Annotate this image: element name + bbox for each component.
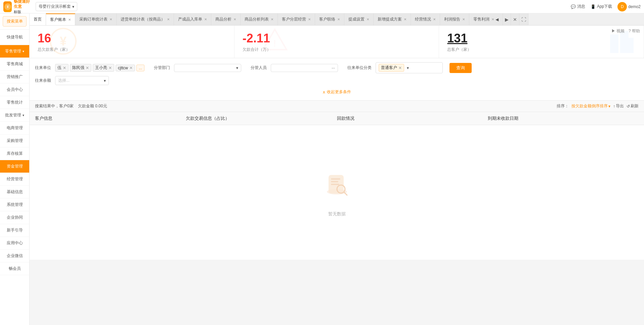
sidebar-item-newbie[interactable]: 新手引导 — [0, 224, 29, 237]
sidebar-item-member[interactable]: 畅会员 — [0, 262, 29, 275]
tab-close-all[interactable]: ✕ — [511, 13, 519, 26]
filter-tag-unit4[interactable]: cjttcw ✕ — [116, 65, 135, 71]
sidebar-item-inventory[interactable]: 库存核算 — [0, 147, 29, 160]
sidebar-item-operations[interactable]: 经营管理 — [0, 173, 29, 186]
export-btn[interactable]: ↑ 导出 — [613, 103, 624, 109]
stats-row: ¥ 16 总欠款客户（家） ! -2.11 欠款合计（万） — [30, 26, 644, 58]
tab-profit-report[interactable]: 利润报告 ✕ — [440, 13, 469, 26]
sidebar-item-retail-mgmt[interactable]: 零售管理 ▾ — [0, 45, 29, 58]
tab-close-icon[interactable]: ✕ — [404, 17, 406, 21]
more-icon: ··· — [332, 66, 335, 70]
filter-classify-tag: 普通客户 ✕ — [379, 64, 404, 72]
tab-customer-tier[interactable]: 客户分层经营 ✕ — [278, 13, 315, 26]
tab-customer-contact[interactable]: 客户联络 ✕ — [315, 13, 344, 26]
sidebar-item-marketing[interactable]: 营销推广 — [0, 71, 29, 83]
tab-close-icon[interactable]: ✕ — [233, 17, 236, 21]
export-icon: ↑ — [613, 104, 615, 109]
filter-dept-select[interactable]: ▾ — [174, 64, 241, 72]
message-btn[interactable]: 💬 消息 — [571, 4, 585, 9]
filter-tag-unit3[interactable]: 王小亮 ✕ — [93, 64, 114, 72]
table-body: 暂无数据 — [30, 125, 644, 260]
tab-retail-profit[interactable]: 零售利润 ✕ ◀ — [469, 13, 503, 26]
tab-nav-right[interactable]: ▶ — [503, 13, 511, 26]
chevron-down-icon: ▾ — [407, 66, 409, 70]
tab-close-icon[interactable]: ✕ — [204, 17, 207, 21]
tab-purchase-product-stats[interactable]: 进货单统计表（按商品） ✕ — [117, 13, 174, 26]
sidebar-item-finance[interactable]: 资金管理 — [0, 160, 29, 173]
tab-customer-account[interactable]: 客户账本 ✕ — [46, 13, 75, 26]
tab-close-icon[interactable]: ✕ — [167, 17, 170, 21]
sidebar-item-ecommerce[interactable]: 电商管理 — [0, 122, 29, 135]
user-avatar[interactable]: D demo2 — [617, 2, 641, 11]
tab-product-analysis[interactable]: 商品分析 ✕ — [211, 13, 241, 26]
chevron-down-icon: ▾ — [236, 66, 238, 70]
sidebar-item-retail-stats[interactable]: 零售统计 — [0, 96, 29, 109]
col-due-date: 到期未收款日期 — [488, 115, 639, 121]
sidebar-item-basic-info[interactable]: 基础信息 — [0, 186, 29, 198]
tab-product-analysis-list[interactable]: 商品分析列表 ✕ — [241, 13, 278, 26]
sidebar-item-wechat[interactable]: 企业微信 — [0, 250, 29, 262]
col-repayment: 回款情况 — [337, 115, 488, 121]
tab-close-icon[interactable]: ✕ — [491, 17, 494, 21]
svg-text:¥: ¥ — [7, 5, 9, 9]
remove-tag-unit1[interactable]: ✕ — [63, 66, 66, 70]
sidebar-search-area: 搜索菜单 — [0, 13, 29, 30]
tab-product-inbound[interactable]: 产成品入库单 ✕ — [174, 13, 211, 26]
svg-rect-13 — [331, 184, 339, 185]
sidebar-item-member-center[interactable]: 会员中心 — [0, 83, 29, 96]
tab-close-icon[interactable]: ✕ — [433, 17, 436, 21]
empty-text: 暂无数据 — [328, 211, 346, 217]
account-selector[interactable]: 母婴行业演示帐套 ▾ — [36, 2, 77, 11]
tab-maximize[interactable]: ⛶ — [519, 13, 528, 26]
data-table: 客户信息 欠款交易信息（占比） 回款情况 到期未收款日期 — [30, 112, 644, 260]
help-btn[interactable]: ? 帮助 — [629, 28, 640, 34]
remove-tag-unit3[interactable]: ✕ — [109, 66, 112, 70]
remove-tag-unit4[interactable]: ✕ — [129, 66, 133, 70]
filter-unit-label: 往来单位 — [35, 65, 51, 71]
sidebar-item-retail-mall[interactable]: 零售商城 — [0, 58, 29, 71]
refresh-btn[interactable]: ↺ 刷新 — [627, 103, 639, 109]
quick-nav-btn[interactable]: 快捷导航 — [3, 32, 27, 42]
tab-close-icon[interactable]: ✕ — [337, 17, 340, 21]
stat-total-debt-amount: ! -2.11 欠款合计（万） — [234, 26, 439, 58]
sidebar: 搜索菜单 快捷导航 零售管理 ▾ 零售商城 营销推广 会员中心 零售统计 批发管… — [0, 13, 30, 325]
filter-tag-more[interactable]: ... — [136, 65, 144, 71]
tab-close-icon[interactable]: ✕ — [367, 17, 369, 21]
filter-amount-select[interactable]: 选择... ▾ — [55, 76, 109, 85]
svg-rect-11 — [331, 178, 340, 180]
remove-classify-tag[interactable]: ✕ — [398, 66, 402, 70]
col-debt-info: 欠款交易信息（占比） — [186, 115, 337, 121]
filter-classify-label: 往来单位分类 — [347, 65, 372, 71]
tab-commission-settings[interactable]: 提成设置 ✕ — [344, 13, 374, 26]
tab-close-icon[interactable]: ✕ — [308, 17, 311, 21]
remove-tag-unit2[interactable]: ✕ — [86, 66, 89, 70]
filter-classify-select[interactable]: 普通客户 ✕ ▾ — [376, 62, 443, 73]
filter-tag-unit1[interactable]: 伍 ✕ — [55, 64, 69, 72]
filter-tag-unit2[interactable]: 陈民强 ✕ — [70, 64, 91, 72]
tab-new-commission[interactable]: 新增提成方案 ✕ — [374, 13, 411, 26]
video-help-btn[interactable]: ▶ 视频 — [611, 28, 625, 34]
sidebar-item-app-center[interactable]: 应用中心 — [0, 237, 29, 250]
filter-staff-select[interactable]: ··· — [271, 64, 338, 72]
search-menu-btn[interactable]: 搜索菜单 — [3, 16, 27, 27]
sidebar-item-system[interactable]: 系统管理 — [0, 198, 29, 211]
collapse-btn[interactable]: ∧ 收起更多条件 — [35, 88, 639, 96]
svg-rect-6 — [610, 35, 618, 53]
filter-unit-tags: 伍 ✕ 陈民强 ✕ 王小亮 ✕ cjttcw ✕ ... — [55, 64, 144, 72]
sidebar-item-collab[interactable]: 企业协同 — [0, 211, 29, 224]
tab-close-icon[interactable]: ✕ — [68, 18, 71, 22]
tab-close-icon[interactable]: ✕ — [110, 17, 112, 21]
sort-select[interactable]: 按欠款金额倒序排序 ▾ — [571, 103, 610, 109]
stat-number-debt-customers: 16 — [38, 31, 51, 45]
sidebar-item-wholesale[interactable]: 批发管理 ▾ — [0, 109, 29, 122]
app-download-btn[interactable]: 📱 App下载 — [591, 4, 612, 9]
result-summary: 搜索结果中，客户0家 欠款金额 0.00元 — [35, 103, 107, 109]
tab-home[interactable]: 首页 — [30, 13, 46, 26]
tab-close-icon[interactable]: ✕ — [462, 17, 465, 21]
tab-purchase-stats[interactable]: 采购订单统计表 ✕ — [75, 13, 117, 26]
sidebar-item-purchase[interactable]: 采购管理 — [0, 135, 29, 147]
query-btn[interactable]: 查询 — [449, 63, 472, 73]
tab-close-icon[interactable]: ✕ — [271, 17, 273, 21]
refresh-icon: ↺ — [627, 104, 630, 109]
tab-business-status[interactable]: 经营情况 ✕ — [411, 13, 440, 26]
